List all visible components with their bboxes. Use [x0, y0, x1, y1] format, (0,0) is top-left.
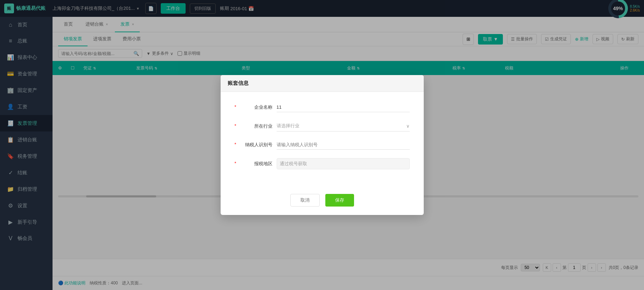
industry-dropdown-icon: ∨ [406, 123, 410, 129]
required-marker-3: * [235, 142, 236, 147]
dialog-footer: 取消 保存 [221, 188, 424, 215]
required-marker-4: * [235, 161, 236, 166]
tax-region-row: * 报税地区 通过税号获取 [235, 158, 410, 169]
tax-id-input[interactable] [277, 140, 410, 150]
industry-select[interactable]: 请选择行业 ∨ [277, 121, 410, 131]
company-name-input[interactable] [277, 102, 410, 112]
industry-placeholder: 请选择行业 [277, 123, 299, 129]
cancel-button[interactable]: 取消 [290, 194, 320, 207]
dialog-body: * 企业名称 * 所在行业 请选择行业 ∨ * [221, 92, 424, 188]
dialog-header: 账套信息 [221, 75, 424, 92]
save-button[interactable]: 保存 [325, 194, 354, 207]
tax-id-label: * 纳税人识别号 [235, 142, 277, 148]
dialog-title: 账套信息 [228, 80, 249, 86]
tax-id-row: * 纳税人识别号 [235, 140, 410, 150]
industry-row: * 所在行业 请选择行业 ∨ [235, 121, 410, 131]
tax-region-display: 通过税号获取 [277, 158, 410, 169]
required-marker-1: * [235, 104, 236, 109]
company-name-label: * 企业名称 [235, 104, 277, 110]
required-marker-2: * [235, 123, 236, 128]
industry-label: * 所在行业 [235, 123, 277, 129]
account-info-dialog: 账套信息 * 企业名称 * 所在行业 请选择行业 ∨ [221, 75, 424, 215]
tax-region-label: * 报税地区 [235, 161, 277, 167]
modal-overlay: 账套信息 * 企业名称 * 所在行业 请选择行业 ∨ [0, 0, 644, 290]
company-name-row: * 企业名称 [235, 102, 410, 112]
